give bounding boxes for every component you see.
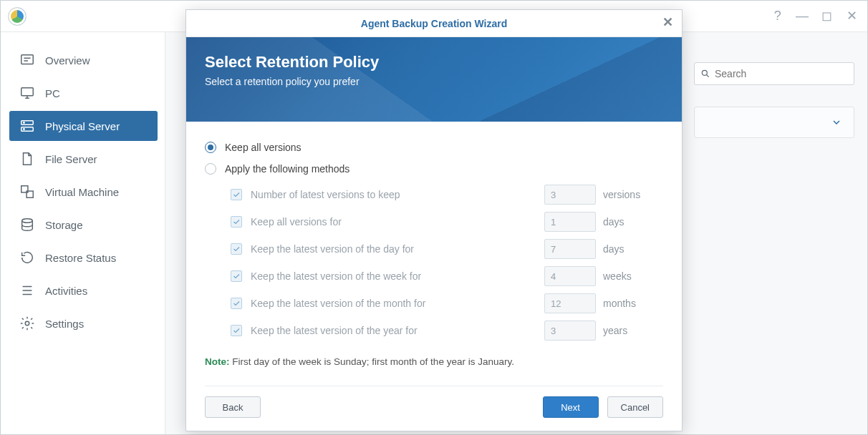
sidebar-item-virtual-machine[interactable]: Virtual Machine: [9, 177, 158, 207]
sidebar-item-restore-status[interactable]: Restore Status: [9, 243, 158, 273]
sidebar: Overview PC Physical Server File Server …: [1, 32, 165, 434]
modal-header-title: Select Retention Policy: [205, 53, 663, 72]
note-label: Note:: [205, 356, 230, 367]
search-input[interactable]: [715, 68, 848, 79]
method-unit: years: [603, 325, 627, 336]
radio-apply-methods[interactable]: Apply the following methods: [205, 163, 663, 175]
overview-icon: [19, 52, 35, 68]
modal-close-icon[interactable]: ✕: [660, 16, 675, 30]
checkbox-icon[interactable]: [231, 216, 242, 228]
svg-point-5: [24, 129, 24, 129]
wizard-modal: Agent Backup Creation Wizard ✕ Select Re…: [185, 9, 683, 431]
svg-point-10: [702, 70, 707, 75]
sidebar-item-label: Activities: [45, 285, 87, 297]
radio-icon: [205, 163, 216, 175]
method-unit: versions: [603, 189, 640, 200]
restore-icon: [19, 250, 35, 265]
method-value-input: [544, 266, 596, 286]
method-label: Keep the latest version of the day for: [251, 243, 544, 255]
sidebar-item-activities[interactable]: Activities: [9, 275, 158, 306]
sidebar-item-storage[interactable]: Storage: [9, 210, 158, 240]
svg-rect-0: [21, 55, 34, 64]
sidebar-item-label: Restore Status: [45, 252, 116, 264]
minimize-icon[interactable]: —: [795, 9, 809, 22]
file-server-icon: [19, 151, 35, 167]
app-window: ? — ◻ ✕ Overview PC Physical Server: [0, 0, 868, 435]
note: Note: First day of the week is Sunday; f…: [205, 356, 663, 367]
sidebar-item-file-server[interactable]: File Server: [9, 144, 158, 174]
method-row: Keep the latest version of the year for …: [231, 321, 663, 341]
modal-titlebar: Agent Backup Creation Wizard ✕: [186, 10, 682, 37]
method-unit: days: [603, 243, 625, 255]
svg-point-8: [22, 219, 33, 223]
server-icon: [19, 118, 35, 134]
sidebar-item-label: File Server: [45, 153, 97, 165]
vm-icon: [19, 184, 35, 200]
activities-icon: [19, 283, 35, 298]
svg-point-4: [24, 122, 24, 123]
method-unit: months: [603, 298, 636, 309]
search-box[interactable]: [694, 62, 854, 85]
methods-list: Number of latest versions to keep versio…: [231, 185, 663, 341]
window-controls: ? — ◻ ✕: [763, 9, 859, 23]
checkbox-icon[interactable]: [231, 298, 242, 309]
method-value-input: [544, 185, 596, 205]
svg-rect-1: [21, 88, 34, 96]
collapse-card[interactable]: [694, 107, 854, 138]
close-icon[interactable]: ✕: [844, 9, 859, 22]
method-row: Keep all versions for days: [231, 212, 663, 232]
sidebar-item-settings[interactable]: Settings: [9, 308, 158, 338]
help-icon[interactable]: ?: [771, 9, 785, 22]
modal-title: Agent Backup Creation Wizard: [361, 18, 507, 29]
method-label: Number of latest versions to keep: [251, 189, 544, 200]
checkbox-icon[interactable]: [231, 189, 242, 200]
method-value-input: [544, 239, 596, 259]
search-icon: [700, 69, 710, 79]
radio-icon: [205, 142, 216, 153]
sidebar-item-label: Overview: [45, 54, 90, 67]
method-unit: weeks: [603, 270, 632, 282]
modal-header: Select Retention Policy Select a retenti…: [186, 37, 682, 122]
method-label: Keep the latest version of the month for: [251, 298, 544, 309]
sidebar-item-label: Physical Server: [45, 120, 120, 132]
sidebar-item-physical-server[interactable]: Physical Server: [9, 111, 158, 141]
maximize-icon[interactable]: ◻: [820, 9, 834, 22]
app-logo-icon: [8, 7, 26, 26]
pc-icon: [19, 85, 35, 101]
sidebar-item-label: Storage: [45, 219, 83, 231]
next-button[interactable]: Next: [543, 396, 599, 418]
radio-keep-all[interactable]: Keep all versions: [205, 142, 663, 153]
method-unit: days: [603, 216, 625, 228]
sidebar-item-label: Virtual Machine: [45, 186, 119, 198]
storage-icon: [19, 217, 35, 233]
gear-icon: [19, 316, 35, 331]
modal-header-subtitle: Select a retention policy you prefer: [205, 76, 663, 87]
sidebar-item-overview[interactable]: Overview: [9, 45, 158, 75]
radio-label: Apply the following methods: [225, 163, 349, 175]
method-row: Number of latest versions to keep versio…: [231, 185, 663, 205]
method-value-input: [544, 212, 596, 232]
back-button[interactable]: Back: [205, 396, 261, 418]
method-row: Keep the latest version of the week for …: [231, 266, 663, 286]
method-row: Keep the latest version of the day for d…: [231, 239, 663, 259]
method-label: Keep the latest version of the year for: [251, 325, 544, 336]
method-label: Keep all versions for: [251, 216, 544, 228]
checkbox-icon[interactable]: [231, 243, 242, 255]
sidebar-item-label: Settings: [45, 318, 84, 330]
sidebar-item-label: PC: [45, 87, 60, 99]
modal-body: Keep all versions Apply the following me…: [186, 122, 682, 386]
radio-label: Keep all versions: [225, 142, 302, 153]
method-row: Keep the latest version of the month for…: [231, 293, 663, 313]
cancel-button[interactable]: Cancel: [607, 396, 663, 418]
sidebar-item-pc[interactable]: PC: [9, 78, 158, 108]
checkbox-icon[interactable]: [231, 325, 242, 336]
right-panel: [694, 62, 854, 138]
chevron-down-icon: [831, 117, 842, 128]
checkbox-icon[interactable]: [231, 270, 242, 282]
method-label: Keep the latest version of the week for: [251, 270, 544, 282]
note-text: First day of the week is Sunday; first m…: [230, 356, 514, 367]
method-value-input: [544, 321, 596, 341]
method-value-input: [544, 293, 596, 313]
svg-point-9: [25, 321, 29, 326]
modal-footer: Back Next Cancel: [205, 386, 663, 431]
